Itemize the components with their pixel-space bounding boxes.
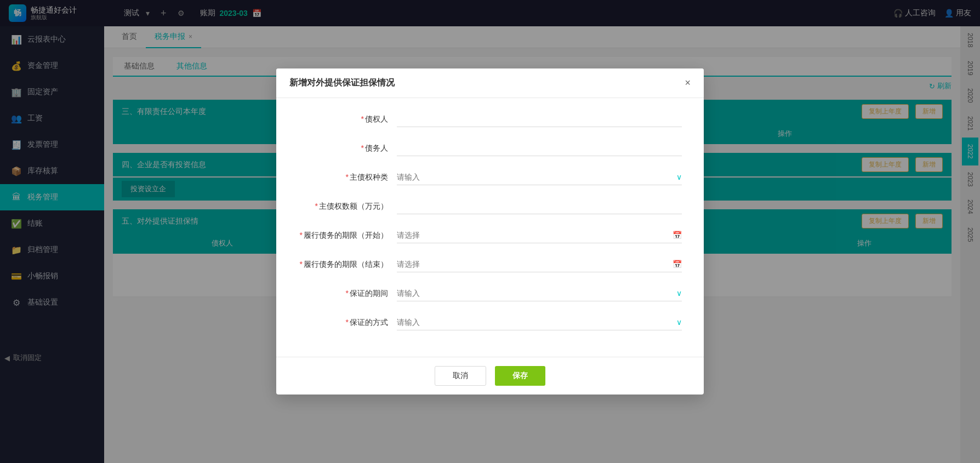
creditor-input[interactable] [397, 111, 682, 127]
period-start-label: *履行债务的期限（开始） [298, 231, 397, 241]
modal-close-btn[interactable]: × [685, 77, 691, 89]
claim-amount-input[interactable] [397, 198, 682, 214]
guarantee-period-input[interactable] [397, 285, 676, 301]
form-row-debtor: *债务人 [298, 140, 682, 156]
claim-amount-label: *主债权数额（万元） [298, 202, 397, 212]
period-end-calendar-icon[interactable]: 📅 [673, 260, 682, 268]
period-end-label: *履行债务的期限（结束） [298, 260, 397, 270]
guarantee-method-dropdown-icon[interactable]: ∨ [676, 318, 682, 327]
save-button[interactable]: 保存 [495, 366, 545, 386]
guarantee-period-dropdown-icon[interactable]: ∨ [676, 289, 682, 298]
form-row-guarantee-period: *保证的期间 ∨ [298, 285, 682, 301]
claim-type-input[interactable] [397, 169, 676, 185]
claim-type-select-wrap: ∨ [397, 169, 682, 185]
cancel-button[interactable]: 取消 [435, 366, 486, 386]
form-row-period-end: *履行债务的期限（结束） 📅 [298, 256, 682, 272]
modal-footer: 取消 保存 [276, 357, 704, 395]
form-row-creditor: *债权人 [298, 111, 682, 127]
modal-title: 新增对外提供保证担保情况 [289, 77, 395, 89]
form-row-claim-amount: *主债权数额（万元） [298, 198, 682, 214]
period-start-input[interactable] [397, 227, 673, 243]
claim-type-label: *主债权种类 [298, 173, 397, 182]
modal: 新增对外提供保证担保情况 × *债权人 *债务人 *主债权种类 [276, 68, 704, 395]
guarantee-period-label: *保证的期间 [298, 289, 397, 299]
modal-header: 新增对外提供保证担保情况 × [276, 68, 704, 98]
guarantee-method-label: *保证的方式 [298, 318, 397, 328]
period-start-calendar-icon[interactable]: 📅 [673, 231, 682, 239]
period-end-date-wrap: 📅 [397, 256, 682, 272]
debtor-label: *债务人 [298, 144, 397, 153]
period-start-date-wrap: 📅 [397, 227, 682, 243]
claim-type-dropdown-icon[interactable]: ∨ [676, 173, 682, 181]
form-row-claim-type: *主债权种类 ∨ [298, 169, 682, 185]
modal-overlay: 新增对外提供保证担保情况 × *债权人 *债务人 *主债权种类 [0, 0, 980, 463]
period-end-input[interactable] [397, 256, 673, 272]
guarantee-method-input[interactable] [397, 315, 676, 330]
guarantee-method-select-wrap: ∨ [397, 315, 682, 330]
form-row-guarantee-method: *保证的方式 ∨ [298, 315, 682, 330]
form-row-period-start: *履行债务的期限（开始） 📅 [298, 227, 682, 243]
creditor-label: *债权人 [298, 115, 397, 124]
guarantee-period-select-wrap: ∨ [397, 285, 682, 301]
debtor-input[interactable] [397, 140, 682, 156]
modal-body: *债权人 *债务人 *主债权种类 ∨ [276, 98, 704, 357]
